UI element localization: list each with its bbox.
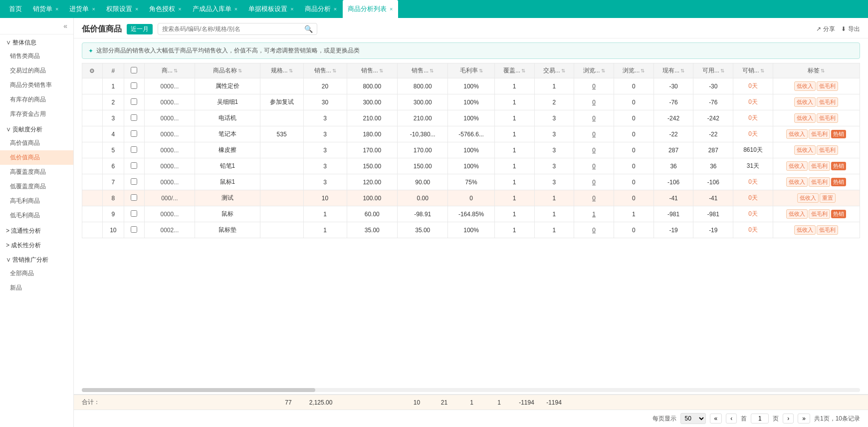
scrollbar-thumb[interactable] [82,388,315,392]
table-cell: -5766.6... [448,126,494,142]
col-header-14[interactable]: 现有...⇅ [653,63,693,78]
row-checkbox[interactable] [131,130,137,137]
col-header-9[interactable]: 毛利率⇅ [448,63,494,78]
sidebar-group-> 成长性分析[interactable]: > 成长性分析 [0,237,73,252]
table-cell: 35.00 [347,222,397,238]
col-header-4[interactable]: 商品名称⇅ [195,63,260,78]
close-tab-icon[interactable]: × [55,6,58,12]
nav-item-产成品入库单[interactable]: 产成品入库单× [188,0,242,18]
row-checkbox[interactable] [131,178,137,185]
view-link[interactable]: 1 [592,211,596,218]
sidebar-item-高毛利商品[interactable]: 高毛利商品 [0,194,73,208]
col-header-16[interactable]: 可销...⇅ [733,63,773,78]
close-tab-icon[interactable]: × [290,6,293,12]
sidebar-collapse-button[interactable]: « [61,21,69,31]
row-checkbox[interactable] [131,210,137,217]
nav-item-商品分析[interactable]: 商品分析× [300,0,342,18]
close-tab-icon[interactable]: × [92,6,95,12]
view-link[interactable]: 0 [592,131,596,138]
nav-item-单据模板设置[interactable]: 单据模板设置× [243,0,298,18]
search-input[interactable] [162,25,301,32]
close-tab-icon[interactable]: × [334,6,337,12]
row-checkbox[interactable] [131,98,137,105]
sidebar-item-新品[interactable]: 新品 [0,281,73,295]
sidebar-item-库存资金占用[interactable]: 库存资金占用 [0,107,73,121]
time-filter-button[interactable]: 近一月 [127,24,153,34]
sidebar-group-∨ 整体信息[interactable]: ∨ 整体信息 [0,34,73,49]
footer-value: -1194 [540,399,568,406]
table-cell: 1 [494,126,534,142]
table-cell: 0 [614,190,653,206]
close-tab-icon[interactable]: × [234,6,237,12]
sidebar-group-> 流通性分析[interactable]: > 流通性分析 [0,223,73,237]
view-link[interactable]: 0 [592,163,596,170]
nav-item-首页[interactable]: 首页 [4,0,27,18]
sidebar-item-低毛利商品[interactable]: 低毛利商品 [0,208,73,223]
row-checkbox[interactable] [131,226,137,233]
col-header-17[interactable]: 标签⇅ [773,63,860,78]
nav-item-商品分析列表[interactable]: 商品分析列表× [343,0,398,18]
close-tab-icon[interactable]: × [390,6,393,12]
select-all-checkbox[interactable] [131,67,137,73]
col-header-10[interactable]: 覆盖...⇅ [494,63,534,78]
row-checkbox[interactable] [131,114,137,121]
sidebar-item-销售类商品[interactable]: 销售类商品 [0,49,73,63]
sidebar-item-低覆盖度商品[interactable]: 低覆盖度商品 [0,179,73,194]
table-cell: 75% [448,174,494,190]
col-header-5[interactable]: 规格...⇅ [260,63,303,78]
col-header-6[interactable]: 销售...⇅ [303,63,347,78]
col-header-7[interactable]: 销售...⇅ [347,63,397,78]
col-header-3[interactable]: 商...⇅ [144,63,195,78]
first-page-button[interactable]: « [710,414,722,424]
sidebar-item-交易过的商品[interactable]: 交易过的商品 [0,63,73,78]
sidebar-group-∨ 贡献度分析[interactable]: ∨ 贡献度分析 [0,121,73,136]
horizontal-scrollbar[interactable] [82,388,860,392]
view-link[interactable]: 0 [592,195,596,202]
prev-page-button[interactable]: ‹ [726,414,737,424]
col-header-8[interactable]: 销售...⇅ [397,63,447,78]
nav-item-角色授权[interactable]: 角色授权× [144,0,186,18]
col-header-15[interactable]: 可用...⇅ [693,63,733,78]
sidebar-item-有库存的商品[interactable]: 有库存的商品 [0,92,73,107]
table-cell: 1 [494,94,534,110]
row-checkbox[interactable] [131,82,137,89]
nav-item-权限设置[interactable]: 权限设置× [101,0,143,18]
table-cell: 20 [303,78,347,94]
share-button[interactable]: ↗ 分享 [816,25,835,33]
sidebar-item-高覆盖度商品[interactable]: 高覆盖度商品 [0,165,73,179]
table-cell [124,142,145,158]
table-cell: 3 [534,110,574,126]
view-link[interactable]: 0 [592,83,596,90]
top-navigation: 首页销货单×进货单×权限设置×角色授权×产成品入库单×单据模板设置×商品分析×商… [0,0,868,18]
sidebar-item-高价值商品[interactable]: 高价值商品 [0,136,73,150]
view-link[interactable]: 0 [592,227,596,234]
export-button[interactable]: ⬇ 导出 [841,25,860,33]
view-link[interactable]: 0 [592,115,596,122]
settings-icon[interactable]: ⚙ [89,67,95,74]
view-link[interactable]: 0 [592,147,596,154]
next-page-button[interactable]: › [783,414,794,424]
view-link[interactable]: 0 [592,179,596,186]
nav-item-进货单[interactable]: 进货单× [64,0,100,18]
view-link[interactable]: 0 [592,99,596,106]
tag-low-profit: 低毛利 [809,177,830,187]
row-checkbox[interactable] [131,162,137,169]
col-header-11[interactable]: 交易...⇅ [534,63,574,78]
close-tab-icon[interactable]: × [135,6,138,12]
row-checkbox[interactable] [131,194,137,201]
nav-item-销货单[interactable]: 销货单× [28,0,63,18]
sidebar-item-低价值商品[interactable]: 低价值商品 [0,150,73,165]
col-header-2[interactable] [124,63,145,78]
sidebar-group-∨ 营销推广分析[interactable]: ∨ 营销推广分析 [0,252,73,266]
table-container[interactable]: ⚙#商...⇅商品名称⇅规格...⇅销售...⇅销售...⇅销售...⇅毛利率⇅… [74,63,868,387]
page-number-input[interactable] [751,414,769,424]
col-header-13[interactable]: 浏览...⇅ [614,63,653,78]
close-tab-icon[interactable]: × [178,6,181,12]
search-icon[interactable]: 🔍 [304,25,313,33]
row-checkbox[interactable] [131,146,137,153]
col-header-12[interactable]: 浏览...⇅ [574,63,614,78]
last-page-button[interactable]: » [798,414,810,424]
sidebar-item-全部商品[interactable]: 全部商品 [0,266,73,281]
page-size-select[interactable]: 50100200 [680,413,706,424]
sidebar-item-商品分类销售率[interactable]: 商品分类销售率 [0,78,73,92]
